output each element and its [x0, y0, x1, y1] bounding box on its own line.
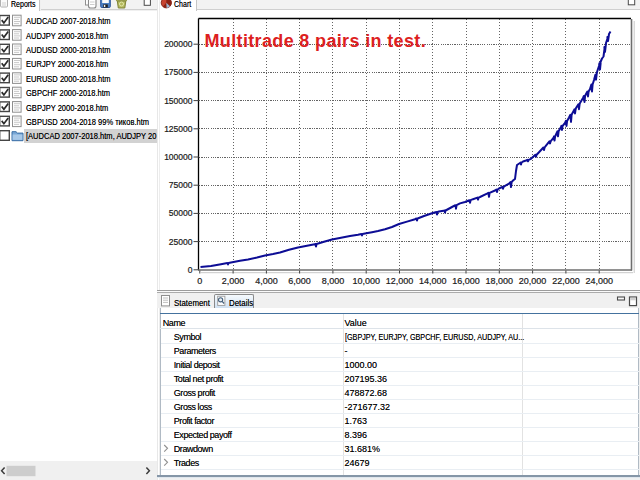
svg-text:175000: 175000 — [164, 67, 193, 77]
svg-text:2,000: 2,000 — [222, 276, 245, 286]
svg-text:18,000: 18,000 — [486, 276, 514, 286]
svg-text:4,000: 4,000 — [255, 276, 278, 286]
svg-text:150000: 150000 — [164, 96, 193, 106]
svg-text:16,000: 16,000 — [452, 276, 480, 286]
svg-text:22,000: 22,000 — [552, 276, 580, 286]
svg-text:200000: 200000 — [164, 39, 193, 49]
svg-text:10,000: 10,000 — [352, 276, 380, 286]
svg-text:8,000: 8,000 — [322, 276, 345, 286]
svg-text:0: 0 — [197, 276, 202, 286]
svg-text:14,000: 14,000 — [419, 276, 447, 286]
svg-text:50000: 50000 — [169, 208, 193, 218]
svg-text:6,000: 6,000 — [288, 276, 311, 286]
svg-text:75000: 75000 — [169, 180, 193, 190]
svg-text:100000: 100000 — [164, 152, 193, 162]
svg-text:Multitrade 8 pairs in test.: Multitrade 8 pairs in test. — [205, 31, 427, 51]
svg-text:0: 0 — [188, 265, 193, 275]
svg-text:125000: 125000 — [164, 124, 193, 134]
svg-text:24,000: 24,000 — [585, 276, 613, 286]
svg-text:12,000: 12,000 — [386, 276, 414, 286]
svg-text:25000: 25000 — [169, 237, 193, 247]
svg-text:20,000: 20,000 — [519, 276, 547, 286]
